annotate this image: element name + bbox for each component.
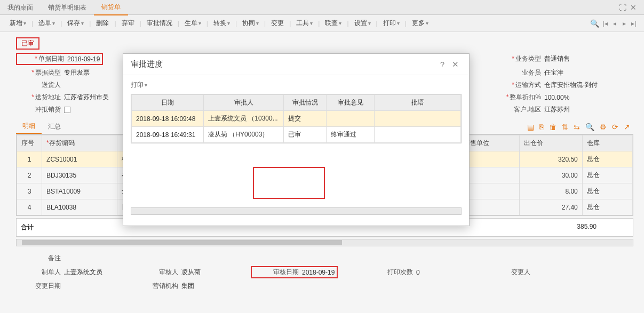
status-badge: 已审 [16,37,39,50]
region-value: 江苏苏州 [544,105,570,114]
link-button[interactable]: 联查▾ [321,19,346,28]
ship-mode-value: 仓库安排物流-到付 [544,81,598,90]
offset-checkbox[interactable] [64,107,70,113]
cell-code: ZCS10001 [42,151,117,167]
tab-desktop[interactable]: 我的桌面 [0,0,41,15]
mcol-comment[interactable]: 批语 [375,95,461,111]
approval-grid: 日期 审批人 审批情况 审批意见 批语 2018-09-18 16:09:48上… [131,94,462,143]
last-icon[interactable]: ▸| [629,20,639,27]
remark-label: 备注 [16,254,64,263]
search-icon[interactable]: 🔍 [589,19,600,28]
delete-button[interactable]: 删除 [92,19,113,28]
add-button[interactable]: 新增▾ [5,19,30,28]
discount-value: 100.00% [544,94,569,101]
print-button[interactable]: 打印▾ [379,19,404,28]
grid-tool-icon-4[interactable]: ⇅ [562,123,568,131]
address-label: *送货地址 [16,93,64,102]
select-button[interactable]: 选单▾ [34,19,59,28]
change-date-label: 变更日期 [16,282,64,291]
cell-wh: 总仓 [582,199,632,215]
approval-status-button[interactable]: 审批情况 [142,19,177,28]
auditor-label: 审核人 [133,268,181,277]
settings-button[interactable]: 设置▾ [350,19,375,28]
col-wh[interactable]: 仓库 [582,135,632,151]
org-label: 营销机构 [133,282,181,291]
subtab-detail[interactable]: 明细 [16,119,42,134]
col-code[interactable]: *存货编码 [42,135,117,151]
cell-approver: 凌从菊 （HY00003） [204,127,284,143]
abandon-button[interactable]: 弃审 [117,19,139,28]
highlight-box [253,167,325,199]
prev-icon[interactable]: ◂ [610,20,619,27]
grid-tool-icon-7[interactable]: ⚙ [600,123,607,131]
approval-row[interactable]: 2018-09-18 16:49:31凌从菊 （HY00003）已审终审通过 [132,127,461,143]
cell-opinion [327,111,375,127]
cell-date: 2018-09-18 16:09:48 [132,111,204,127]
cell-price: 30.00 [520,167,583,183]
grid-tool-icon-2[interactable]: ⎘ [539,123,544,131]
more-button[interactable]: 更多▾ [408,19,433,28]
grid-tool-icon-1[interactable]: ▤ [527,123,534,131]
grid-tool-icon-6[interactable]: 🔍 [585,123,594,131]
grid-tool-icon-3[interactable]: 🗑 [549,123,556,131]
tab-sales-detail[interactable]: 销货单明细表 [41,0,94,15]
maker-value: 上壹系统文员 [64,268,102,277]
doc-date-value: 2018-09-19 [67,55,100,63]
biz-type-value: 普通销售 [544,54,570,63]
gen-button[interactable]: 生单▾ [180,19,205,28]
subtab-summary[interactable]: 汇总 [42,120,67,133]
coord-button[interactable]: 协同▾ [238,19,263,28]
discount-label: *整单折扣% [496,93,544,102]
expand-icon[interactable]: ⛶ [617,3,628,12]
mcol-status[interactable]: 审批情况 [284,95,327,111]
grid-tool-icon-9[interactable]: ↗ [624,123,630,131]
invoice-type-value: 专用发票 [64,68,90,77]
print-count-label: 打印次数 [368,268,416,277]
total-price: 385.90 [577,223,597,232]
mcol-opinion[interactable]: 审批意见 [327,95,375,111]
changer-label: 变更人 [486,268,534,277]
org-value: 集团 [181,282,194,291]
cell-date: 2018-09-18 16:49:31 [132,127,204,143]
help-icon[interactable]: ? [436,60,449,69]
mcol-date[interactable]: 日期 [132,95,204,111]
offset-label: 冲抵销货 [16,105,64,114]
modal-print-button[interactable]: 打印▾ [131,81,147,90]
doc-date-label: *单据日期 [19,54,67,63]
cell-opinion: 终审通过 [327,127,375,143]
close-icon[interactable]: ✕ [628,3,639,12]
salesman-label: 业务员 [496,68,544,77]
mcol-approver[interactable]: 审批人 [204,95,284,111]
grid-tool-icon-8[interactable]: ⟳ [612,123,618,131]
cell-code: BSTA10009 [42,183,117,199]
convert-button[interactable]: 转换▾ [209,19,234,28]
tab-sales-order[interactable]: 销货单 [94,0,128,15]
change-button[interactable]: 变更 [267,19,288,28]
save-button[interactable]: 保存▾ [63,19,88,28]
cell-wh: 总仓 [582,167,632,183]
next-icon[interactable]: ▸ [619,20,629,27]
print-count-value: 0 [416,269,420,276]
modal-close-icon[interactable]: ✕ [449,60,462,69]
col-price[interactable]: 出仓价 [520,135,583,151]
cell-price: 8.00 [520,183,583,199]
cell-comment [375,111,461,127]
modal-title: 审批进度 [131,59,163,69]
cell-seq: 3 [17,183,42,199]
tools-button[interactable]: 工具▾ [292,19,317,28]
horizontal-scrollbar[interactable] [16,239,633,246]
approval-progress-modal: 审批进度 ? ✕ 打印▾ 日期 审批人 审批情况 审批意见 批语 [123,53,470,226]
cell-price: 320.50 [520,151,583,167]
cell-seq: 2 [17,167,42,183]
first-icon[interactable]: |◂ [600,20,610,27]
auditor-value: 凌从菊 [181,268,201,277]
biz-type-label: *业务类型 [496,54,544,63]
modal-horizontal-scrollbar[interactable] [131,207,462,215]
col-seq[interactable]: 序号 [17,135,42,151]
approval-row[interactable]: 2018-09-18 16:09:48上壹系统文员 （10300...提交 [132,111,461,127]
region-label: 客户.地区 [496,105,544,114]
cell-seq: 1 [17,151,42,167]
invoice-type-label: *票据类型 [16,68,64,77]
grid-tool-icon-5[interactable]: ⇆ [574,123,580,131]
audit-date-value: 2018-09-19 [302,269,335,276]
